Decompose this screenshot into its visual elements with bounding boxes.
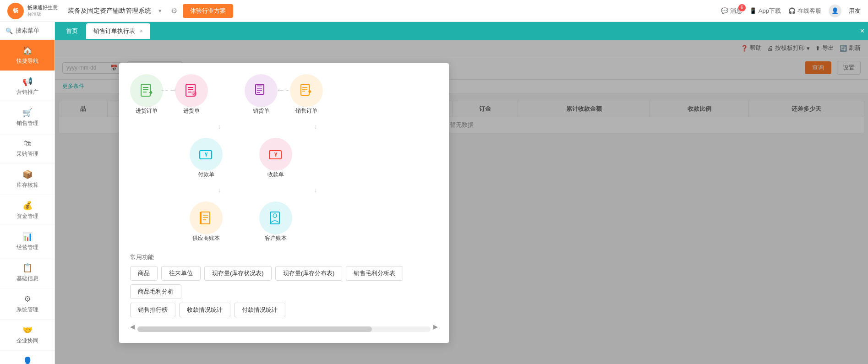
scroll-right-icon[interactable]: ▶: [433, 323, 438, 330]
func-btn-receipt-stats[interactable]: 收款情况统计: [179, 303, 230, 317]
modal-scrollbar[interactable]: [137, 326, 431, 332]
tab-home[interactable]: 首页: [59, 23, 85, 39]
supplier-ledger-circle: [190, 201, 223, 234]
svg-text:¥: ¥: [205, 152, 208, 158]
logo-area: 畅 畅康通好生意 标准版: [7, 3, 62, 19]
tab-close-icon[interactable]: ×: [140, 28, 143, 34]
system-title: 装备及固定资产辅助管理系统: [68, 7, 151, 15]
supplier-ledger-icon: [199, 211, 213, 225]
func-btn-payment-stats[interactable]: 付款情况统计: [234, 303, 285, 317]
func-btn-stock-status[interactable]: 现存量(库存状况表): [204, 266, 272, 281]
service-icon: 🎧: [788, 7, 796, 14]
svg-rect-11: [257, 84, 262, 87]
func-btn-product-margin[interactable]: 商品毛利分析: [130, 284, 181, 299]
logo-icon: 畅: [7, 3, 24, 19]
sidebar-item-operations[interactable]: 📊 经营管理: [0, 226, 55, 257]
flow-row-1: 进货订单 - - →: [130, 74, 438, 115]
func-btn-product[interactable]: 商品: [130, 266, 158, 281]
customer-ledger-label: 客户账本: [265, 234, 287, 242]
username: 用友: [849, 7, 861, 15]
sales-order-circle: [290, 74, 323, 107]
operations-icon: 📊: [22, 232, 33, 242]
sidebar: 🔍 搜索菜单 🏠 快捷导航 📢 营销推广 🛒 销售管理 🛍 采购管理 📦: [0, 22, 55, 364]
purchase-bill-item[interactable]: ✓ 进货单: [175, 74, 208, 115]
logo-text: 畅康通好生意: [27, 4, 58, 11]
sales-order-modal-item[interactable]: 销售订单: [290, 74, 323, 115]
purchase-bill-label: 进货单: [183, 107, 200, 115]
arrow-dashed-1: - - →: [161, 85, 177, 104]
down-arrow-sales: ↓: [286, 123, 345, 130]
sales-bill-item[interactable]: 销货单: [245, 74, 278, 115]
payment-bill-icon: ¥: [199, 147, 213, 162]
sidebar-item-system[interactable]: ⚙ 系统管理: [0, 288, 55, 320]
sidebar-item-finance[interactable]: 💰 资金管理: [0, 195, 55, 226]
receipt-bill-item[interactable]: ¥ 收款单: [259, 138, 292, 179]
func-btn-unit[interactable]: 往来单位: [161, 266, 201, 281]
svg-rect-15: [301, 84, 309, 95]
settings-icon[interactable]: ⚙: [171, 6, 177, 15]
svg-text:✓: ✓: [193, 92, 196, 96]
app-download-item[interactable]: 📱 App下载: [749, 7, 781, 15]
app-icon: 📱: [749, 7, 757, 14]
online-service-item[interactable]: 🎧 在线客服: [788, 7, 821, 15]
scroll-left-icon[interactable]: ◀: [130, 323, 135, 330]
supplier-ledger-label: 供应商账本: [192, 234, 220, 242]
tab-bar-close-icon[interactable]: ×: [860, 27, 864, 35]
svg-rect-23: [201, 212, 210, 224]
sidebar-item-marketing[interactable]: 📢 营销推广: [0, 71, 55, 102]
sales-order-modal-label: 销售订单: [295, 107, 317, 115]
common-functions: 常用功能 商品 往来单位 现存量(库存状况表) 现存量(库存分布表) 销售毛利分…: [130, 253, 438, 317]
modal-scrollbar-row: ◀ ▶: [130, 321, 438, 332]
down-arrow-receipt: ↓: [286, 187, 345, 193]
avatar-icon: 👤: [831, 7, 839, 14]
sidebar-item-sales[interactable]: 🛒 销售管理: [0, 102, 55, 133]
sidebar-item-newbie[interactable]: 👤 新手引导: [0, 351, 55, 364]
func-buttons-row2: 销售排行榜 收款情况统计 付款情况统计: [130, 303, 438, 317]
basic-icon: 📋: [22, 263, 33, 273]
purchase-icon: 🛍: [23, 139, 32, 148]
inventory-icon: 📦: [22, 169, 33, 179]
search-icon: 🔍: [5, 27, 13, 34]
flow-diagram: 进货订单 - - →: [130, 74, 438, 242]
payment-bill-item[interactable]: ¥ 付款单: [190, 138, 223, 179]
customer-ledger-circle: [259, 201, 292, 234]
func-btn-sales-rank[interactable]: 销售排行榜: [130, 303, 175, 317]
enterprise-icon: 🤝: [22, 325, 33, 335]
avatar[interactable]: 👤: [829, 5, 841, 17]
func-btn-sales-margin[interactable]: 销售毛利分析表: [346, 266, 403, 281]
func-buttons-row1: 商品 往来单位 现存量(库存状况表) 现存量(库存分布表) 销售毛利分析表 商品…: [130, 266, 438, 299]
receipt-bill-icon: ¥: [268, 147, 283, 162]
customer-ledger-item[interactable]: 客户账本: [259, 201, 292, 242]
message-icon: 💬: [721, 7, 728, 14]
app-container: 畅 畅康通好生意 标准版 装备及固定资产辅助管理系统 ▾ ⚙ 体验行业方案 💬 …: [0, 0, 868, 364]
sidebar-item-basic[interactable]: 📋 基础信息: [0, 257, 55, 288]
flow-row-arrows2: ↓ ↓: [130, 186, 438, 194]
flow-row-arrows: ↓ ↓: [130, 122, 438, 130]
sidebar-search[interactable]: 🔍 搜索菜单: [0, 22, 55, 40]
tab-sales-order[interactable]: 销售订单执行表 ×: [86, 23, 150, 39]
newbie-icon: 👤: [22, 356, 33, 364]
sales-bill-icon: [254, 83, 268, 98]
payment-bill-label: 付款单: [198, 171, 214, 179]
marketing-icon: 📢: [22, 76, 33, 87]
svg-text:¥: ¥: [274, 152, 278, 158]
quick-nav-icon: 🏠: [22, 45, 33, 55]
payment-bill-circle: ¥: [190, 138, 223, 171]
sidebar-item-purchase[interactable]: 🛍 采购管理: [0, 133, 55, 164]
sidebar-item-enterprise[interactable]: 🤝 企业协同: [0, 320, 55, 351]
purchase-order-circle: [130, 74, 163, 107]
purchase-bill-icon: ✓: [184, 83, 199, 98]
purchase-order-item[interactable]: 进货订单: [130, 74, 163, 115]
page-content: ❓ 帮助 🖨 按模板打印 ▾ ⬆ 导出 🔄: [55, 40, 868, 364]
modal-overlay[interactable]: 进货订单 - - →: [55, 40, 868, 364]
func-btn-stock-dist[interactable]: 现存量(库存分布表): [275, 266, 343, 281]
sales-bill-label: 销货单: [253, 107, 269, 115]
sidebar-item-inventory[interactable]: 📦 库存核算: [0, 164, 55, 195]
sidebar-item-quick-nav[interactable]: 🏠 快捷导航: [0, 40, 55, 71]
system-icon: ⚙: [24, 294, 31, 304]
supplier-ledger-item[interactable]: 供应商账本: [190, 201, 223, 242]
message-item[interactable]: 💬 消息 6: [721, 7, 742, 15]
dropdown-icon[interactable]: ▾: [158, 7, 162, 14]
purchase-bill-circle: ✓: [175, 74, 208, 107]
trial-button[interactable]: 体验行业方案: [183, 4, 233, 18]
